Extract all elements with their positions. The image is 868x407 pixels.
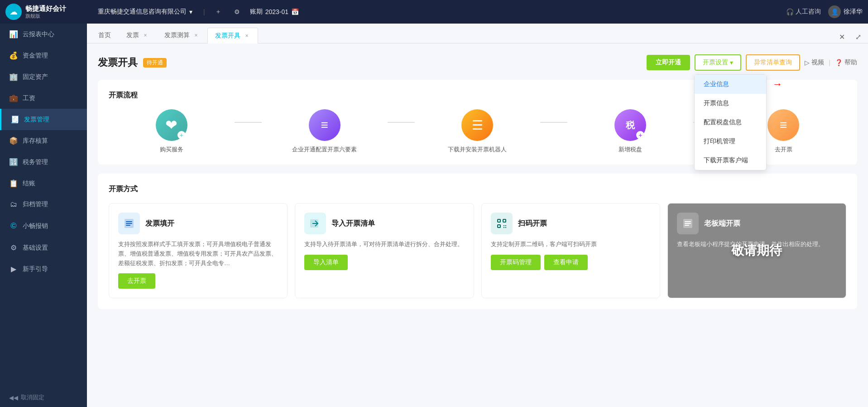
tab-home[interactable]: 首页: [91, 27, 119, 43]
archive-icon: 🗂: [9, 200, 18, 208]
sidebar-item-shuiwu[interactable]: 🔢 税务管理: [0, 151, 87, 173]
dropdown-item-xiazaikehuduan[interactable]: 下载开票客户端: [695, 151, 766, 170]
dropdown-item-peizhi[interactable]: 配置税盘信息: [695, 113, 766, 132]
dropdown-item-qiyexinxi[interactable]: 企业信息: [695, 75, 766, 94]
sidebar-label: 税务管理: [23, 158, 48, 166]
top-right: 🎧 人工咨询 👤 徐泽华: [786, 5, 863, 18]
company-name: 重庆畅捷交通信息咨询有限公司: [98, 8, 187, 16]
method-desc-scan: 支持定制开票二维码，客户端可扫码开票: [491, 240, 651, 249]
maximize-window-button[interactable]: ⤢: [852, 30, 864, 43]
sidebar-label: 发票管理: [24, 116, 49, 124]
method-btn-manual[interactable]: 去开票: [118, 273, 155, 289]
play-circle-icon: ▷: [805, 59, 810, 66]
sidebar-item-kucun[interactable]: 📦 库存核算: [0, 130, 87, 151]
sidebar-item-jichushezhi[interactable]: ⚙ 基础设置: [0, 237, 87, 258]
sidebar-item-yunbao[interactable]: 📊 云报表中心: [0, 24, 87, 45]
tab-close-fapiao[interactable]: ×: [142, 32, 149, 39]
svg-rect-2: [126, 223, 132, 224]
step-icon-config: ≡: [309, 109, 340, 141]
main-content: 发票开具 待开通 立即开通 开票设置 ▾ 异常清单查询 ▷ 视频: [87, 44, 868, 407]
step-label-invoice: 去开票: [775, 145, 792, 154]
exception-button[interactable]: 异常清单查询: [746, 54, 800, 71]
settings-icon[interactable]: ⚙: [231, 6, 243, 17]
page-header: 发票开具 待开通 立即开通 开票设置 ▾ 异常清单查询 ▷ 视频: [98, 54, 857, 71]
svg-rect-8: [504, 225, 504, 226]
settings-button[interactable]: 开票设置 ▾: [695, 54, 741, 71]
sidebar-item-zijin[interactable]: 💰 资金管理: [0, 45, 87, 66]
app-title: 畅捷通好会计: [25, 5, 66, 13]
sidebar-item-xiaochangbaoxiao[interactable]: © 小畅报销: [0, 215, 87, 237]
invoice-icon: 🧾: [10, 115, 19, 124]
method-name-scan: 扫码开票: [518, 219, 547, 228]
method-btn-scan-qr[interactable]: 开票码管理: [491, 255, 541, 270]
sidebar: 📊 云报表中心 💰 资金管理 🏢 固定资产 💼 工资 🧾 发票管理 📦: [0, 24, 87, 407]
calendar-icon[interactable]: 📅: [291, 8, 299, 15]
help-button[interactable]: ❓ 帮助: [835, 58, 857, 67]
company-selector[interactable]: 重庆畅捷交通信息咨询有限公司 ▾: [94, 6, 196, 18]
cancel-pin-button[interactable]: ◀◀ 取消固定: [0, 388, 87, 407]
status-badge: 待开通: [143, 58, 167, 68]
header-actions: 立即开通 开票设置 ▾ 异常清单查询 ▷ 视频 | ❓: [647, 54, 857, 71]
app-subtitle: 旗舰版: [25, 13, 66, 19]
add-button[interactable]: ＋: [212, 6, 224, 18]
chevron-down-icon: ▾: [189, 8, 192, 15]
flow-connector-1: [235, 122, 262, 123]
method-btn-scan-apply[interactable]: 查看申请: [544, 255, 588, 270]
dropdown-item-kaipaoxinxi[interactable]: 开票信息: [695, 94, 766, 113]
c-icon: ©: [9, 221, 18, 231]
flow-connector-3: [540, 122, 567, 123]
avatar: 👤: [828, 5, 841, 18]
sidebar-label: 资金管理: [23, 52, 48, 60]
method-card-scan: 扫码开票 支持定制开票二维码，客户端可扫码开票 开票码管理 查看申请: [481, 203, 660, 298]
flow-step-buy: ❤ + 购买服务: [109, 109, 235, 154]
step-icon-newtray: 税 +: [614, 109, 646, 141]
step-label-newtray: 新增税盘: [619, 145, 642, 154]
support-button[interactable]: 🎧 人工咨询: [786, 8, 821, 16]
svg-rect-3: [126, 225, 130, 226]
sidebar-item-gudingzichan[interactable]: 🏢 固定资产: [0, 66, 87, 87]
question-icon: ❓: [835, 59, 843, 66]
step-icon-invoice: ≡: [767, 109, 799, 141]
tab-fapiao[interactable]: 发票 ×: [119, 27, 157, 43]
ledger-icon: 📋: [9, 179, 18, 188]
method-desc-manual: 支持按照发票样式手工填开发票；可开具增值税电子普通发票、增值税普通发票、增值税专…: [118, 240, 278, 268]
logo-area: ☁ 畅捷通好会计 旗舰版: [5, 4, 87, 20]
play-icon: ▶: [9, 265, 18, 273]
sidebar-item-guidang[interactable]: 🗂 归档管理: [0, 194, 87, 215]
tab-bar: 首页 发票 × 发票测算 × 发票开具 × ✕ ⤢: [87, 24, 868, 44]
method-icon-manual: [118, 213, 140, 234]
tab-close-fapiaocesu[interactable]: ×: [192, 32, 200, 39]
user-info[interactable]: 👤 徐泽华: [828, 5, 863, 18]
sidebar-item-jiezhang[interactable]: 📋 结账: [0, 173, 87, 194]
sidebar-item-gongzi[interactable]: 💼 工资: [0, 87, 87, 109]
chevron-down-icon: ▾: [730, 59, 733, 66]
logo-icon: ☁: [5, 4, 22, 20]
top-bar: ☁ 畅捷通好会计 旗舰版 重庆畅捷交通信息咨询有限公司 ▾ | ＋ ⚙ 账期 2…: [0, 0, 868, 24]
dropdown-item-dayinjiguanli[interactable]: 打印机管理: [695, 132, 766, 151]
activate-button[interactable]: 立即开通: [647, 55, 690, 70]
svg-rect-10: [504, 227, 504, 228]
method-btn-import[interactable]: 导入清单: [304, 255, 348, 270]
step-icon-download: ☰: [461, 109, 493, 141]
chart-icon: 📊: [9, 30, 18, 39]
tab-close-fapiaokaiqu[interactable]: ×: [243, 32, 250, 39]
step-icon-buy: ❤ +: [156, 109, 187, 141]
method-name-import: 导入开票清单: [331, 219, 375, 228]
overlay-mask: 敬请期待: [668, 204, 846, 298]
flow-step-newtray: 税 + 新增税盘: [567, 109, 693, 154]
video-button[interactable]: ▷ 视频: [805, 58, 824, 67]
gear-icon: ⚙: [9, 243, 18, 252]
close-window-button[interactable]: ✕: [835, 30, 848, 43]
sidebar-label: 小畅报销: [23, 222, 48, 230]
tab-fapiaokaiqu[interactable]: 发票开具 ×: [207, 28, 258, 44]
sidebar-item-fapiao[interactable]: 🧾 发票管理: [0, 109, 87, 130]
flow-step-download: ☰ 下载并安装开票机器人: [415, 109, 541, 154]
step-label-config: 企业开通配置开票六要素: [292, 145, 357, 154]
tab-fapiaocesu[interactable]: 发票测算 ×: [157, 27, 207, 43]
money-icon: 💰: [9, 51, 18, 60]
content-area: 首页 发票 × 发票测算 × 发票开具 × ✕ ⤢: [87, 24, 868, 407]
method-card-import: 导入开票清单 支持导入待开票清单，可对待开票清单进行拆分、合并处理。 导入清单: [295, 203, 474, 298]
svg-rect-11: [505, 227, 506, 228]
sidebar-item-xinshouyindao[interactable]: ▶ 新手引导: [0, 258, 87, 280]
building-icon: 🏢: [9, 73, 18, 81]
